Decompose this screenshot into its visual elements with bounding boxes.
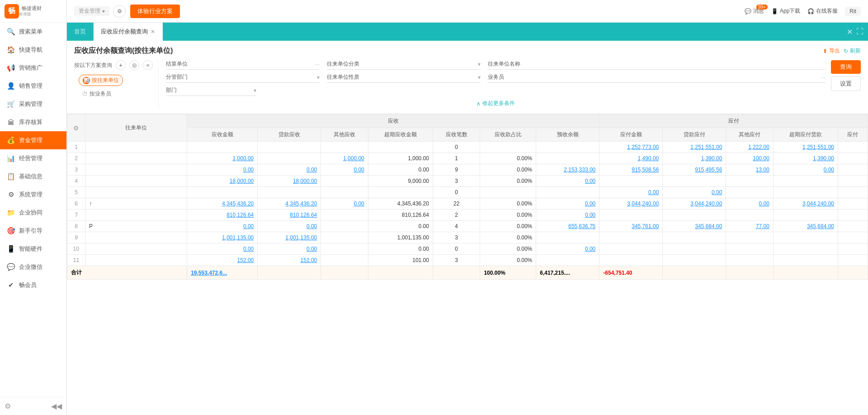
tab-home[interactable]: 首页	[67, 23, 94, 41]
table-cell[interactable]: 655,636.75	[536, 221, 599, 232]
table-cell[interactable]: 0.00	[726, 198, 774, 210]
table-cell[interactable]: 1,390.00	[663, 153, 726, 164]
topbar-app-download[interactable]: 📱 App下载	[771, 7, 800, 15]
table-cell[interactable]: 0.00	[321, 164, 368, 176]
collapse-more-btn[interactable]: ∧ 收起更多条件	[476, 100, 515, 107]
table-cell[interactable]: 3,044,240.00	[599, 198, 663, 210]
filter-salesperson-dots[interactable]: ···	[821, 74, 826, 81]
table-cell[interactable]: 18,000.00	[187, 176, 258, 187]
table-cell[interactable]: 810,126.64	[258, 210, 321, 221]
table-cell[interactable]: 345,684.00	[663, 221, 726, 232]
table-cell[interactable]: 77.00	[726, 221, 774, 232]
table-cell[interactable]: 915,495.56	[663, 164, 726, 176]
table-cell[interactable]: 1,390.00	[773, 153, 838, 164]
table-cell[interactable]: 0.00	[536, 176, 599, 187]
table-cell[interactable]: 4,345,436.20	[258, 198, 321, 210]
table-cell[interactable]: 1,251,551.00	[773, 142, 838, 153]
table-cell[interactable]: 0.00	[187, 221, 258, 232]
sidebar-item-marketing[interactable]: 📢 营销推广	[0, 59, 66, 77]
table-cell[interactable]: 345,761.00	[599, 221, 663, 232]
tab-close-window-btn[interactable]: ✕	[847, 28, 853, 36]
table-cell	[536, 142, 599, 153]
table-cell: 4	[67, 176, 85, 187]
topbar-user[interactable]: Rit	[845, 7, 861, 16]
filter-collapse-btn[interactable]: «	[143, 60, 153, 70]
query-button[interactable]: 查询	[831, 60, 861, 74]
table-cell[interactable]: 152.00	[258, 255, 321, 266]
table-cell[interactable]: 0.00	[258, 164, 321, 176]
filter-section-dept-arrow[interactable]: ▾	[254, 87, 256, 94]
table-cell[interactable]: 4,345,436.20	[187, 198, 258, 210]
table-cell[interactable]: 1,222.00	[726, 142, 774, 153]
table-container[interactable]: ⚙ 往来单位 应收 应付 应收金额 贷款应收 其他应收 超期应收金额 应收笔数	[67, 114, 868, 415]
sidebar-item-purchase[interactable]: 🛒 采购管理	[0, 95, 66, 113]
filter-unit-name-input[interactable]	[520, 61, 826, 67]
table-cell[interactable]: 345,684.00	[773, 221, 838, 232]
table-cell[interactable]: 1,001,135.00	[258, 232, 321, 243]
table-cell[interactable]: 18,000.00	[258, 176, 321, 187]
table-cell[interactable]: 0.00	[258, 243, 321, 255]
sidebar-item-finance[interactable]: 💰 资金管理	[0, 131, 66, 149]
topbar-message[interactable]: 💬 消息 99+	[745, 7, 764, 15]
tab-close-icon[interactable]: ✕	[151, 29, 155, 35]
footer-settings-icon[interactable]: ⚙	[5, 402, 11, 410]
table-cell[interactable]: 1,001,135.00	[187, 232, 258, 243]
topbar-gear-btn[interactable]: ⚙	[113, 5, 126, 18]
sidebar-item-basic[interactable]: 📋 基础信息	[0, 167, 66, 186]
tab-ar-ap[interactable]: 应收应付余额查询 ✕	[94, 23, 163, 41]
sidebar-item-member[interactable]: ✔ 畅会员	[0, 276, 66, 294]
table-cell[interactable]: 1,251,551.00	[663, 142, 726, 153]
filter-settings-icon[interactable]: ◎	[129, 60, 139, 70]
table-cell[interactable]: 2,153,333.00	[536, 164, 599, 176]
sidebar-item-operation[interactable]: 📊 经营管理	[0, 149, 66, 167]
sidebar-item-hardware[interactable]: 📱 智能硬件	[0, 240, 66, 258]
table-cell[interactable]: 0.00	[187, 164, 258, 176]
footer-collapse-icon[interactable]: ◀◀	[51, 402, 62, 410]
export-button[interactable]: ⬆ 导出	[823, 47, 840, 55]
table-cell[interactable]: 810,126.64	[187, 210, 258, 221]
table-cell[interactable]: 0.00	[773, 164, 838, 176]
refresh-button[interactable]: ↻ 刷新	[844, 47, 861, 55]
table-row: 30.000.000.000.0090.00%2,153,333.00915,5…	[67, 164, 868, 176]
filter-unit-category-arrow[interactable]: ▾	[478, 61, 481, 67]
filter-add-btn[interactable]: +	[116, 60, 126, 70]
scheme-by-unit[interactable]: 📊 按往来单位	[79, 75, 123, 86]
table-cell[interactable]: 0.00	[321, 198, 368, 210]
table-cell[interactable]: 1,000.00	[187, 153, 258, 164]
sidebar-item-guide[interactable]: 🎯 新手引导	[0, 222, 66, 240]
industry-btn[interactable]: 体验行业方案	[130, 5, 180, 18]
table-cell[interactable]: 0.00	[599, 187, 663, 198]
scheme-by-staff[interactable]: ⏱ 按业务员	[79, 89, 123, 99]
table-cell[interactable]: 0.00	[258, 221, 321, 232]
sidebar-item-nav[interactable]: 🏠 快捷导航	[0, 41, 66, 59]
table-cell[interactable]: 0.00	[187, 243, 258, 255]
sidebar-item-inventory[interactable]: 🏛 库存核算	[0, 113, 66, 131]
sidebar-item-wechat[interactable]: 💬 企业微信	[0, 258, 66, 276]
table-cell[interactable]: 1,252,773.00	[599, 142, 663, 153]
table-cell[interactable]: 1,490.00	[599, 153, 663, 164]
table-cell[interactable]: 0.00	[536, 198, 599, 210]
tab-maximize-btn[interactable]: ⛶	[856, 28, 863, 36]
table-cell	[187, 187, 258, 198]
table-cell[interactable]: 100.00	[726, 153, 774, 164]
filter-unit-nature-arrow[interactable]: ▾	[478, 74, 481, 81]
table-settings-icon[interactable]: ⚙	[73, 124, 79, 132]
table-cell[interactable]: 13.00	[726, 164, 774, 176]
table-cell[interactable]: 0.00	[663, 187, 726, 198]
filter-settlement-dots[interactable]: ···	[315, 61, 320, 67]
sidebar-item-sales[interactable]: 👤 销售管理	[0, 77, 66, 95]
sidebar-item-collab[interactable]: 📁 企业协同	[0, 204, 66, 222]
sidebar-item-search[interactable]: 🔍 搜索菜单	[0, 23, 66, 41]
table-cell[interactable]: 3,044,240.00	[773, 198, 838, 210]
sidebar-item-system[interactable]: ⚙ 系统管理	[0, 186, 66, 204]
table-cell[interactable]: 3,044,240.00	[663, 198, 726, 210]
footer-ar-amount[interactable]: 19,553,472,6...	[187, 266, 258, 280]
settings-button[interactable]: 设置	[831, 76, 861, 91]
table-cell[interactable]: 0.00	[536, 210, 599, 221]
table-cell[interactable]: 152.00	[187, 255, 258, 266]
filter-dept-arrow[interactable]: ▾	[317, 74, 320, 81]
table-cell[interactable]: 1,000.00	[321, 153, 368, 164]
table-cell[interactable]: 0.00	[536, 243, 599, 255]
topbar-service[interactable]: 🎧 在线客服	[807, 7, 838, 15]
table-cell[interactable]: 915,508.56	[599, 164, 663, 176]
